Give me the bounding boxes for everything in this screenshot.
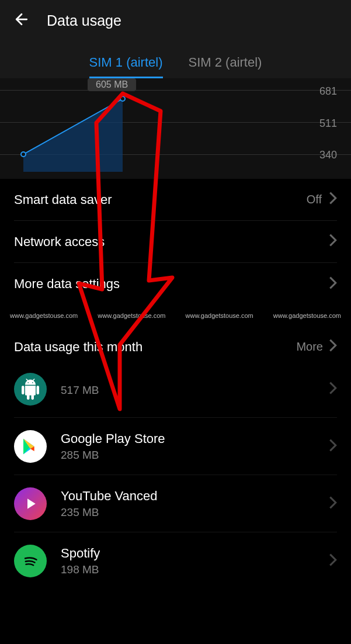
header-bar: Data usage <box>0 0 351 41</box>
app-usage: 285 MB <box>61 449 315 462</box>
watermark-bar: www.gadgetstouse.com www.gadgetstouse.co… <box>0 305 351 326</box>
tab-sim1[interactable]: SIM 1 (airtel) <box>89 55 163 78</box>
chevron-right-icon <box>329 553 337 569</box>
chart-badge: 605 MB <box>88 78 136 91</box>
chevron-right-icon <box>329 382 337 397</box>
back-icon[interactable] <box>13 11 30 30</box>
setting-network-access[interactable]: Network access <box>14 221 337 263</box>
setting-more-data[interactable]: More data settings <box>14 263 337 305</box>
chevron-right-icon <box>329 192 337 207</box>
app-usage: 235 MB <box>61 506 315 519</box>
chevron-right-icon <box>329 339 337 355</box>
sim-tabs: SIM 1 (airtel) SIM 2 (airtel) <box>0 41 351 78</box>
tab-sim2[interactable]: SIM 2 (airtel) <box>189 55 262 78</box>
svg-marker-1 <box>23 99 123 172</box>
section-more-link[interactable]: More <box>296 339 337 355</box>
android-icon <box>14 373 47 406</box>
app-name: Spotify <box>61 546 315 561</box>
playstore-icon <box>14 430 47 463</box>
ytvanced-icon <box>14 487 47 520</box>
setting-label: Network access <box>14 234 105 250</box>
section-title: Data usage this month <box>14 340 143 355</box>
page-title: Data usage <box>47 12 121 29</box>
chevron-right-icon <box>329 496 337 511</box>
app-usage: 198 MB <box>61 563 315 576</box>
section-header: Data usage this month More <box>0 326 351 361</box>
app-row-playstore[interactable]: Google Play Store 285 MB <box>14 418 337 475</box>
chevron-right-icon <box>329 276 337 292</box>
svg-point-3 <box>120 96 125 101</box>
y-label: 681 <box>319 85 337 98</box>
setting-value: Off <box>307 193 322 206</box>
app-name: YouTube Vanced <box>61 489 315 504</box>
app-list: 517 MB Google Play Store 285 MB YouTube … <box>0 361 351 590</box>
app-row-spotify[interactable]: Spotify 198 MB <box>14 532 337 590</box>
chart-y-labels: 681 511 340 <box>319 78 337 172</box>
spotify-icon <box>14 545 47 577</box>
y-label: 511 <box>319 117 337 130</box>
watermark-text: www.gadgetstouse.com <box>10 312 78 319</box>
watermark-text: www.gadgetstouse.com <box>98 312 165 319</box>
app-usage: 517 MB <box>61 384 315 397</box>
watermark-text: www.gadgetstouse.com <box>186 312 253 319</box>
app-name: Google Play Store <box>61 431 315 446</box>
svg-point-2 <box>21 152 26 157</box>
chevron-right-icon <box>329 234 337 250</box>
app-row-ytvanced[interactable]: YouTube Vanced 235 MB <box>14 475 337 532</box>
y-label: 340 <box>319 149 337 161</box>
more-label: More <box>296 340 323 354</box>
setting-label: More data settings <box>14 276 120 292</box>
watermark-text: www.gadgetstouse.com <box>273 312 341 319</box>
usage-chart: 605 MB 681 511 340 <box>0 78 351 172</box>
setting-smart-data-saver[interactable]: Smart data saver Off <box>14 179 337 221</box>
chevron-right-icon <box>329 439 337 454</box>
setting-label: Smart data saver <box>14 192 112 207</box>
chart-area-svg <box>18 78 134 172</box>
settings-list: Smart data saver Off Network access More… <box>0 172 351 305</box>
app-row-android[interactable]: 517 MB <box>14 361 337 418</box>
